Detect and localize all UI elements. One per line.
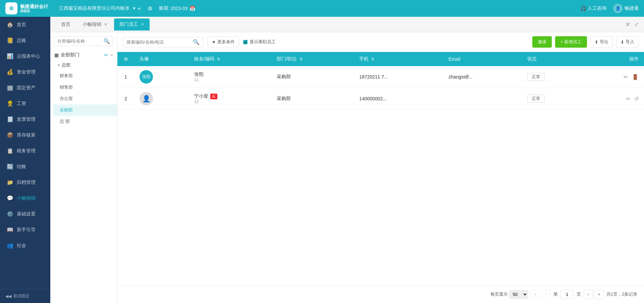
close-tab-employee[interactable]: ✕ (141, 22, 144, 27)
settings-icon[interactable]: ⚙ (148, 5, 152, 12)
export-button[interactable]: ⬆ 导出 (590, 36, 613, 48)
sidebar-label-archive: 归档管理 (17, 180, 36, 186)
assets-icon: 🏢 (7, 85, 13, 91)
edit-icon-2[interactable]: ✏ (626, 96, 630, 102)
avatar: 👤 (613, 4, 623, 13)
add-icon[interactable]: ＋ (136, 4, 142, 12)
tab-bar: 首页 小畅报销 ✕ 部门员工 ✕ ✕ ⤢ (50, 17, 644, 32)
col-name-code[interactable]: 姓名/编码 ⇅ (189, 52, 271, 66)
status-badge-1: 正常 (527, 73, 545, 81)
row-action-1: ✏ 🚪 (586, 66, 644, 88)
last-page-button[interactable]: » (594, 290, 604, 299)
col-phone[interactable]: 手机 ⇅ (354, 52, 443, 66)
tab-home[interactable]: 首页 (56, 18, 76, 31)
dept-purchase-label: 采购部 (60, 107, 73, 112)
sidebar-item-close[interactable]: 🔄 结账 (0, 159, 50, 174)
sidebar-item-invoice[interactable]: 🧾 发票管理 (0, 111, 50, 127)
service-button[interactable]: 🎧 人工咨询 (581, 5, 606, 11)
add-employee-button[interactable]: + 新增员工 (555, 36, 587, 48)
sidebar-item-finance[interactable]: 💰 资金管理 (0, 64, 50, 80)
delete-icon-1[interactable]: 🚪 (632, 74, 639, 80)
collapse-icon[interactable]: « (110, 52, 113, 58)
app-logo: 会 畅捷通好会计 旗舰版 (5, 2, 52, 14)
filter-icon: ▼ (212, 40, 216, 45)
dept-hq-label: 总部 (62, 62, 70, 68)
dept-all[interactable]: ▦ 全部部门 ✏ « (50, 50, 117, 60)
prev-page-button[interactable]: ‹ (541, 290, 551, 299)
col-settings[interactable]: ⚙ (117, 52, 134, 66)
per-page-selector: 每页显示 10 20 50 100 (490, 290, 528, 299)
avatar-circle-1: 张熙 (140, 70, 153, 84)
dept-search-input[interactable] (57, 39, 101, 44)
service-label: 人工咨询 (588, 5, 606, 11)
row-email-1: zhangxidf... (443, 66, 522, 88)
employee-name-1: 张熙 (194, 71, 266, 78)
per-page-select[interactable]: 10 20 50 100 (509, 290, 528, 299)
logo-text: 畅捷通好会计 旗舰版 (20, 4, 48, 13)
dept-search-box[interactable]: 🔍 (54, 36, 113, 46)
data-table: ⚙ 头像 姓名/编码 ⇅ 部门/职位 ⇅ 手机 ⇅ Email 状态 操作 (117, 52, 644, 285)
dept-hq-header[interactable]: ▼ 总部 (53, 60, 117, 70)
toolbar-right: 邀请 + 新增员工 ⬆ 导出 ⬇ 导入 (532, 36, 639, 48)
period-value: 2023-03 (170, 6, 187, 11)
sidebar-item-settings[interactable]: ⚙️ 基础设置 (0, 206, 50, 222)
refresh-icon-2[interactable]: ↺ (634, 96, 639, 102)
dept-group-hq: ▼ 总部 财务部 销售部 办公室 采购部 (53, 60, 117, 127)
dept-sales[interactable]: 销售部 (53, 82, 117, 93)
sidebar-item-ledger[interactable]: 📒 总账 (0, 33, 50, 48)
close-all-icon[interactable]: ✕ (625, 21, 630, 28)
company-selector[interactable]: 江西服宝精品有限责任公司内账张 ▼ (59, 5, 136, 11)
employee-search-input[interactable] (126, 40, 191, 45)
filter-button[interactable]: ▼ 更多条件 (207, 37, 239, 47)
page-input[interactable] (560, 290, 574, 299)
edit-dept-icon[interactable]: ✏ (104, 52, 108, 58)
sidebar-item-expense[interactable]: 💬 小畅报销 (0, 190, 50, 206)
dept-office-label: 办公室 (60, 96, 73, 101)
period-selector[interactable]: 账期 2023-03 📅 (159, 5, 195, 11)
dept-purchase[interactable]: 采购部 (53, 104, 117, 116)
dept-office[interactable]: 办公室 (53, 93, 117, 104)
row-action-2: ✏ ↺ (586, 88, 644, 110)
pin-toggle[interactable]: ◀◀ 取消固定 (0, 289, 50, 303)
next-page-button[interactable]: › (584, 290, 593, 299)
sidebar-label-social: 社会 (17, 243, 26, 249)
dept-finance[interactable]: 财务部 (53, 70, 117, 82)
col-dept[interactable]: 部门/职位 ⇅ (271, 52, 354, 66)
row-phone-2: 140000002... (354, 88, 443, 110)
edit-icon-1[interactable]: ✏ (624, 74, 628, 80)
import-button[interactable]: ⬇ 导入 (616, 36, 639, 48)
chevron-down-icon: ▼ (132, 6, 136, 11)
filter-label: 更多条件 (217, 39, 235, 45)
close-tab-expense[interactable]: ✕ (104, 22, 107, 27)
row-dept-1: 采购部 (271, 66, 354, 88)
sidebar-label-close: 结账 (17, 164, 26, 170)
sidebar-label-expense: 小畅报销 (17, 195, 36, 201)
sidebar-item-home[interactable]: 🏠 首页 (0, 17, 50, 33)
invite-button[interactable]: 邀请 (532, 36, 552, 48)
sidebar-item-inventory[interactable]: 📦 库存核算 (0, 127, 50, 143)
dept-hq-sub[interactable]: 总 部 (53, 116, 117, 127)
salary-icon: 👷 (7, 100, 13, 107)
sidebar-item-assets[interactable]: 🏢 固定资产 (0, 80, 50, 96)
sidebar-item-reports[interactable]: 📊 云报表中心 (0, 48, 50, 64)
user-menu[interactable]: 👤 畅捷通 (613, 4, 639, 13)
show-resigned-checkbox[interactable] (243, 40, 248, 44)
employee-search-box[interactable]: 🔍 (123, 37, 203, 47)
sidebar-item-tax[interactable]: 📋 税务管理 (0, 143, 50, 159)
tab-employee-label: 部门员工 (119, 21, 138, 28)
row-no-2: 2 (117, 88, 134, 110)
tab-employee[interactable]: 部门员工 ✕ (114, 18, 150, 31)
first-page-button[interactable]: « (531, 290, 540, 299)
sidebar-item-guide[interactable]: 📖 新手引导 (0, 222, 50, 238)
pin-label: 取消固定 (13, 293, 30, 299)
close-period-icon: 🔄 (7, 163, 13, 170)
sidebar-label-inventory: 库存核算 (17, 132, 36, 138)
sidebar-item-archive[interactable]: 📁 归档管理 (0, 174, 50, 190)
expand-icon[interactable]: ⤢ (634, 21, 639, 28)
home-icon: 🏠 (7, 21, 13, 28)
sidebar-item-social[interactable]: 👥 社会 (0, 238, 50, 253)
sidebar-label-invoice: 发票管理 (17, 116, 36, 122)
dept-sales-label: 销售部 (60, 85, 73, 90)
tab-expense[interactable]: 小畅报销 ✕ (77, 18, 113, 31)
sidebar-item-salary[interactable]: 👷 工资 (0, 96, 50, 111)
